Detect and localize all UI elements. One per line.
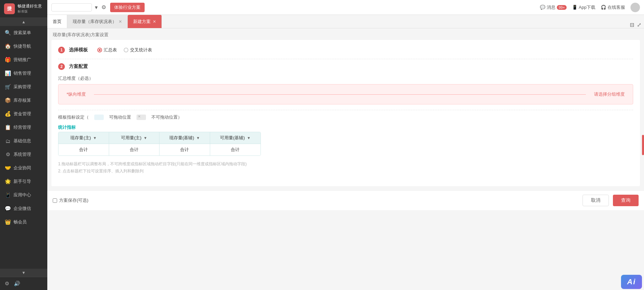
sidebar-item-basic-info[interactable]: 🗂 基础信息 <box>0 134 47 148</box>
radio-cross[interactable]: 交叉统计表 <box>124 47 152 53</box>
sidebar-bottom: ⚙ 🔊 <box>0 277 47 290</box>
footer-actions: 取消 查询 <box>583 195 639 206</box>
user-avatar[interactable] <box>630 3 640 12</box>
form-footer: 方案保存(可选) 取消 查询 <box>47 190 644 210</box>
finance-icon: 💰 <box>5 111 11 117</box>
tab-home[interactable]: 首页 <box>47 15 67 28</box>
member-icon: 👑 <box>5 219 11 225</box>
sidebar-item-contract[interactable]: 🤝 企业协同 <box>0 161 47 175</box>
summary-dim-label: 汇总维度（必选） <box>58 75 633 81</box>
non-draggable-indicator <box>137 115 146 120</box>
tab-home-label: 首页 <box>53 19 61 25</box>
tab-right-actions: ⊟ ⤢ <box>630 22 644 28</box>
sidebar-item-corp-wechat[interactable]: 💬 企业微信 <box>0 202 47 215</box>
draggable-label: 可拖动位置 <box>109 114 131 120</box>
save-checkbox[interactable] <box>53 198 57 203</box>
sidebar-item-finance[interactable]: 💰 资金管理 <box>0 107 47 121</box>
cancel-button[interactable]: 取消 <box>583 195 609 206</box>
online-service-btn[interactable]: 🎧 在线客服 <box>601 4 625 10</box>
template-indicator-label: 模板指标设定（ <box>58 114 89 120</box>
draggable-indicator <box>94 115 104 120</box>
sidebar-item-purchase[interactable]: 🛒 采购管理 <box>0 80 47 94</box>
sidebar-item-label: 经营管理 <box>14 124 31 130</box>
tab-inventory-status[interactable]: 现存量（库存状况表） ✕ <box>67 15 128 28</box>
stats-cell-0-2: 合计 <box>159 144 210 155</box>
sidebar-item-operations[interactable]: 📋 经营管理 <box>0 121 47 134</box>
tab-inventory-close[interactable]: ✕ <box>119 19 122 24</box>
col-dropdown-3[interactable]: ▼ <box>247 136 251 140</box>
step1-badge: 1 <box>58 47 65 53</box>
step1-divider <box>58 59 633 59</box>
app-download-icon: 📱 <box>572 5 577 10</box>
sidebar-item-quick-nav[interactable]: 🏠 快捷导航 <box>0 40 47 53</box>
topbar-dropdown-btn[interactable]: ▼ <box>94 5 99 10</box>
tab-minimize-btn[interactable]: ⊟ <box>630 22 634 28</box>
main-area: ▼ ⚙ 体验行业方案 💬 消息 99+ 📱 App下载 🎧 在线客服 首页 <box>47 0 644 290</box>
logo-icon: 捷 <box>4 3 15 14</box>
stats-table: 现存量(主) ▼ 可用量(主) ▼ 现存量(基辅) ▼ 可用量(基辅) ▼ <box>58 132 261 156</box>
col-dropdown-2[interactable]: ▼ <box>196 136 200 140</box>
app-download-btn[interactable]: 📱 App下载 <box>572 4 595 10</box>
tab-new-plan[interactable]: 新建方案 ✕ <box>128 15 162 28</box>
form-card: 1 选择模板 汇总表 交叉统计表 2 方案配置 <box>51 40 640 186</box>
contract-icon: 🤝 <box>5 165 11 171</box>
content-area: 现存量(库存状况表)方案设置 1 选择模板 汇总表 交叉统计表 <box>47 28 644 290</box>
query-button[interactable]: 查询 <box>613 195 639 206</box>
page-title: 现存量(库存状况表)方案设置 <box>47 28 644 40</box>
message-icon: 💬 <box>540 5 545 10</box>
sidebar-item-label: 采购管理 <box>14 84 31 90</box>
sidebar-item-sales[interactable]: 📊 销售管理 <box>0 67 47 80</box>
sidebar-item-label: 营销推广 <box>14 57 31 63</box>
right-scroll-indicator <box>642 135 644 155</box>
quick-nav-icon: 🏠 <box>5 43 11 49</box>
settings-icon[interactable]: ⚙ <box>5 281 9 287</box>
col-header-3: 可用量(基辅) ▼ <box>210 132 261 144</box>
dim-placeholder: 请选择分组维度 <box>594 91 625 97</box>
sidebar-item-system[interactable]: ⚙ 系统管理 <box>0 148 47 161</box>
sidebar-item-label: 企业微信 <box>14 206 31 212</box>
sidebar-scroll-up[interactable]: ▲ <box>0 18 47 26</box>
tab-bar: 首页 现存量（库存状况表） ✕ 新建方案 ✕ ⊟ ⤢ <box>47 15 644 28</box>
col-dropdown-1[interactable]: ▼ <box>144 136 147 140</box>
stats-header: 统计指标 <box>58 124 633 130</box>
tab-inventory-label: 现存量（库存状况表） <box>73 19 117 25</box>
indicator-row: 模板指标设定（ 可拖动位置 不可拖动位置） <box>58 114 633 120</box>
newbie-icon: 🌟 <box>5 178 11 185</box>
non-draggable-label: 不可拖动位置） <box>151 114 182 120</box>
sidebar-item-label: 库存核算 <box>14 97 31 103</box>
trial-industry-btn[interactable]: 体验行业方案 <box>110 3 145 12</box>
col-label-3: 可用量(基辅) <box>220 135 245 141</box>
tab-expand-btn[interactable]: ⤢ <box>637 22 641 28</box>
sidebar-scroll-down[interactable]: ▼ <box>0 269 47 277</box>
audio-icon[interactable]: 🔊 <box>14 281 20 287</box>
sidebar-item-member[interactable]: 👑 畅会员 <box>0 215 47 229</box>
sidebar-item-newbie[interactable]: 🌟 新手引导 <box>0 175 47 188</box>
save-check-label: 方案保存(可选) <box>59 197 89 203</box>
tab-new-plan-close[interactable]: ✕ <box>153 19 156 24</box>
col-header-1: 可用量(主) ▼ <box>109 132 160 144</box>
col-label-2: 现存量(基辅) <box>169 135 194 141</box>
col-dropdown-0[interactable]: ▼ <box>93 136 97 140</box>
sidebar-item-label: 销售管理 <box>14 70 31 76</box>
dimension-area: *纵向维度 请选择分组维度 <box>58 84 633 104</box>
sidebar-item-label: 搜索菜单 <box>14 30 31 36</box>
topbar-search-input[interactable] <box>51 3 92 11</box>
sidebar-item-marketing[interactable]: 🎁 营销推广 <box>0 53 47 67</box>
message-badge: 99+ <box>557 5 567 10</box>
save-check-area: 方案保存(可选) <box>53 197 89 203</box>
topbar-gear-btn[interactable]: ⚙ <box>101 4 106 10</box>
sidebar-item-label: 资金管理 <box>14 111 31 117</box>
radio-summary[interactable]: 汇总表 <box>97 47 117 53</box>
headset-icon: 🎧 <box>601 5 606 10</box>
sidebar-nav: 🔍 搜索菜单 🏠 快捷导航 🎁 营销推广 📊 销售管理 🛒 采购管理 📦 库存核… <box>0 26 47 269</box>
radio-summary-label: 汇总表 <box>104 47 117 53</box>
topbar-search-area: ▼ <box>51 3 99 11</box>
ai-badge[interactable]: Ai <box>621 275 642 289</box>
stats-table-row-0: 合计 合计 合计 合计 <box>58 144 261 155</box>
message-btn[interactable]: 💬 消息 99+ <box>540 4 567 10</box>
sidebar-item-inventory[interactable]: 📦 库存核算 <box>0 94 47 107</box>
dim-line <box>94 94 586 95</box>
sidebar-item-app-center[interactable]: 📱 应用中心 <box>0 188 47 202</box>
sidebar-item-search-menu[interactable]: 🔍 搜索菜单 <box>0 26 47 40</box>
stats-cell-0-0: 合计 <box>58 144 109 155</box>
